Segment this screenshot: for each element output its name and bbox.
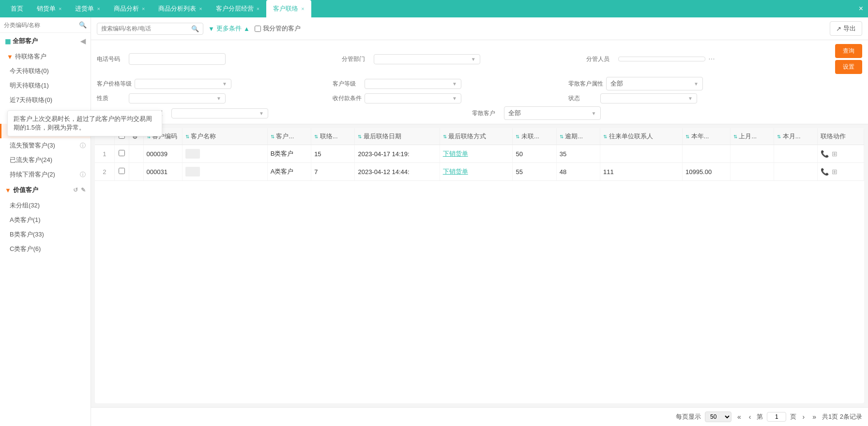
phone-action-icon-2[interactable]: 📞: [821, 168, 829, 176]
filter-retail-customer-label: 零散客户: [472, 109, 501, 118]
row-checkbox-2[interactable]: [119, 168, 125, 174]
td-name-1: [182, 145, 267, 163]
nav-tab-home-label: 首页: [11, 4, 23, 13]
td-check-1: [114, 145, 129, 163]
export-button[interactable]: ↗ 导出: [830, 21, 862, 36]
phone-action-icon-1[interactable]: 📞: [821, 150, 829, 158]
sidebar-item-class-a[interactable]: A类客户(1): [0, 213, 91, 227]
sidebar-search-input[interactable]: [4, 22, 77, 29]
all-customers-label: 全部客户: [13, 37, 38, 45]
nav-tab-sales-close[interactable]: ×: [59, 6, 61, 12]
th-uncontacted[interactable]: ⇅ 未联...: [513, 128, 556, 145]
more-action-icon-2[interactable]: ⊞: [832, 168, 838, 176]
filter-manager-select[interactable]: [618, 57, 705, 61]
nav-tab-customer-contact[interactable]: 客户联络 ×: [266, 0, 311, 17]
content-area: 🔍 ▼ 更多条件 ▲ 我分管的客户 ↗ 导出: [91, 17, 868, 426]
chevron-down-icon-retail: ▼: [694, 81, 699, 87]
chevron-down-icon-status: ▼: [688, 96, 693, 101]
value-section-title[interactable]: ▼ 价值客户 ↺ ✎: [0, 182, 91, 198]
info-icon-declining[interactable]: ⓘ: [80, 171, 86, 179]
table-header-row: ⚙ ⇅ 客户编码 ⇅ 客户名称 ⇅ 客户...: [95, 128, 864, 145]
nav-tab-product-list[interactable]: 商品分析列表 ×: [152, 0, 209, 17]
prev-page-button[interactable]: ‹: [747, 412, 753, 422]
th-last-month[interactable]: ⇅ 上月...: [730, 128, 774, 145]
pending-section-title[interactable]: ▼ 待联络客户: [0, 49, 91, 64]
filter-price-level-select[interactable]: ▼: [135, 79, 231, 89]
filter-gender-select[interactable]: ▼: [129, 93, 226, 103]
sidebar-item-declining[interactable]: 持续下滑客户(2) ⓘ: [0, 167, 91, 182]
settings-button[interactable]: 设置: [835, 60, 862, 74]
sidebar-item-class-b[interactable]: B类客户(33): [0, 227, 91, 242]
search-icon[interactable]: 🔍: [191, 25, 199, 32]
th-this-month-label: 本月...: [783, 132, 801, 140]
filter-retail-customer-select[interactable]: 全部 ▼: [504, 106, 601, 120]
first-page-button[interactable]: «: [735, 412, 743, 422]
td-method-1[interactable]: 下销货单: [440, 145, 513, 163]
nav-tab-purchase[interactable]: 进货单 ×: [68, 0, 107, 17]
page-number-input[interactable]: [767, 412, 786, 422]
grid-icon: ▦: [5, 38, 11, 45]
nav-tab-customer-tier[interactable]: 客户分层经营 ×: [209, 0, 266, 17]
td-overdue-1: 35: [556, 145, 600, 163]
nav-tab-customer-tier-label: 客户分层经营: [216, 4, 254, 13]
main-layout: 🔍 ▦ 全部客户 ◀ ▼ 待联络客户 今天待联络(0) 明天待联络(1) 近7天…: [0, 17, 868, 426]
filter-payment-select[interactable]: ▼: [365, 93, 461, 103]
nav-tab-product-list-close[interactable]: ×: [199, 6, 202, 12]
filter-customer-level-select[interactable]: ▼: [365, 79, 461, 89]
method-link-2[interactable]: 下销货单: [443, 168, 468, 175]
nav-tab-customer-contact-close[interactable]: ×: [301, 6, 304, 12]
th-name-sort-icon: ⇅: [185, 134, 189, 139]
nav-tab-product-analysis[interactable]: 商品分析 ×: [107, 0, 152, 17]
filter-customer-type-select[interactable]: ▼: [171, 108, 268, 118]
nav-tab-purchase-close[interactable]: ×: [97, 6, 100, 12]
sidebar-item-7days[interactable]: 近7天待联络(0): [0, 93, 91, 107]
th-last-contact-date[interactable]: ⇅ 最后联络日期: [355, 128, 440, 145]
sidebar-item-today[interactable]: 今天待联络(0): [0, 64, 91, 78]
per-page-select[interactable]: 50 100 200: [705, 411, 731, 422]
refresh-icon[interactable]: ↺: [73, 187, 78, 193]
th-overdue[interactable]: ⇅ 逾期...: [556, 128, 600, 145]
info-icon-churn[interactable]: ⓘ: [80, 142, 86, 150]
th-this-month[interactable]: ⇅ 本月...: [774, 128, 818, 145]
filter-retail-attr-select[interactable]: 全部 ▼: [606, 77, 703, 90]
filter-manager-ellipsis[interactable]: ···: [708, 55, 715, 63]
window-close-button[interactable]: ×: [859, 4, 863, 13]
more-action-icon-1[interactable]: ⊞: [832, 150, 838, 158]
sidebar-all-customers[interactable]: ▦ 全部客户 ◀: [0, 33, 91, 49]
th-contact[interactable]: ⇅ 联络...: [311, 128, 355, 145]
last-page-button[interactable]: »: [810, 412, 818, 422]
th-customer-type[interactable]: ⇅ 客户...: [267, 128, 311, 145]
sidebar-item-tomorrow[interactable]: 明天待联络(1): [0, 78, 91, 93]
edit-icon[interactable]: ✎: [81, 187, 86, 193]
more-conditions-button[interactable]: ▼ 更多条件 ▲: [208, 24, 250, 33]
nav-tab-product-analysis-close[interactable]: ×: [142, 6, 145, 12]
next-page-button[interactable]: ›: [800, 412, 807, 422]
collapse-icon[interactable]: ◀: [80, 37, 86, 45]
method-link-1[interactable]: 下销货单: [443, 150, 468, 157]
td-method-2[interactable]: 下销货单: [440, 163, 513, 181]
row-checkbox-1[interactable]: [119, 150, 125, 156]
nav-tab-home[interactable]: 首页: [4, 0, 30, 17]
filter-row-3: 性质 ▼ 收付款条件 ▼ 状态: [97, 93, 862, 103]
search-input[interactable]: [101, 25, 188, 32]
sidebar-item-class-c[interactable]: C类客户(6): [0, 242, 91, 256]
nav-tab-customer-tier-close[interactable]: ×: [257, 6, 259, 12]
query-button[interactable]: 查询: [835, 44, 862, 58]
filter-retail-attr-label: 零散客户属性: [568, 80, 603, 88]
my-customers-checkbox[interactable]: [255, 26, 261, 32]
filter-phone-input[interactable]: [129, 53, 226, 65]
th-unit-contact[interactable]: ⇅ 往来单位联系人: [600, 128, 683, 145]
sidebar-item-churned[interactable]: 已流失客户(24): [0, 153, 91, 167]
filter-department-select[interactable]: ▼: [374, 54, 480, 64]
th-name[interactable]: ⇅ 客户名称: [182, 128, 267, 145]
th-this-year[interactable]: ⇅ 本年...: [682, 128, 730, 145]
nav-tab-sales[interactable]: 销货单 ×: [30, 0, 68, 17]
sidebar-item-ungrouped[interactable]: 未分组(32): [0, 198, 91, 213]
sidebar-search-icon[interactable]: 🔍: [79, 21, 87, 29]
sidebar-item-churn-warning[interactable]: 流失预警客户(3) ⓘ: [0, 138, 91, 153]
filter-customer-type: 客户类型 ▼: [139, 108, 468, 118]
th-last-contact-method[interactable]: ⇅ 最后联络方式: [440, 128, 513, 145]
th-this-month-sort-icon: ⇅: [777, 134, 781, 139]
td-overdue-2: 48: [556, 163, 600, 181]
filter-status-select[interactable]: ▼: [600, 93, 697, 103]
